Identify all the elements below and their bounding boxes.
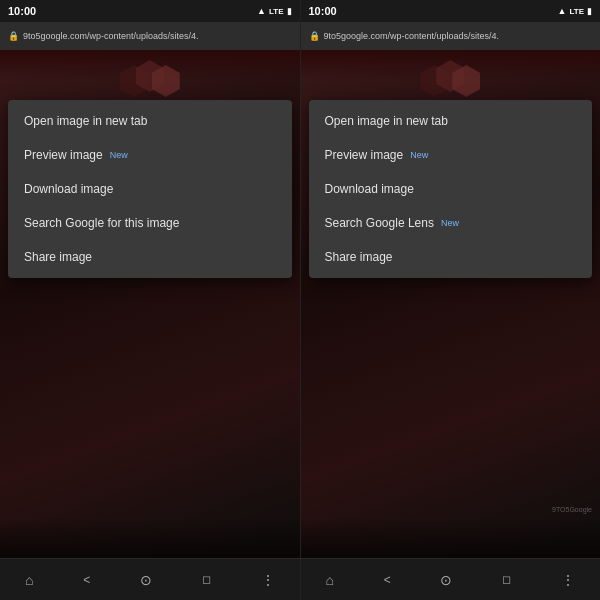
scene-bottom-right	[301, 518, 601, 558]
menu-label-download-left: Download image	[24, 182, 113, 196]
menu-item-lens-right[interactable]: Search Google Lens New	[309, 206, 593, 240]
status-bar-right: 10:00 ▲ LTE ▮	[301, 0, 601, 22]
menu-label-search-left: Search Google for this image	[24, 216, 179, 230]
browser-bar-left: 🔒 9to5google.com/wp-content/uploads/site…	[0, 22, 300, 50]
signal-icon-right: ▲	[558, 6, 567, 16]
watermark-right: 9TO5Google	[552, 506, 592, 513]
menu-item-preview-left[interactable]: Preview image New	[8, 138, 292, 172]
menu-label-preview-right: Preview image	[325, 148, 404, 162]
menu-item-share-right[interactable]: Share image	[309, 240, 593, 274]
nav-more-right[interactable]: ⋮	[553, 568, 583, 592]
browser-bar-right: 🔒 9to5google.com/wp-content/uploads/site…	[301, 22, 601, 50]
lock-icon-left: 🔒	[8, 31, 19, 41]
status-bar-left: 10:00 ▲ LTE ▮	[0, 0, 300, 22]
menu-item-download-right[interactable]: Download image	[309, 172, 593, 206]
image-area-right: Open image in new tab Preview image New …	[301, 50, 601, 558]
nav-home-left[interactable]: ⌂	[17, 568, 41, 592]
lte-label-left: LTE	[269, 7, 284, 16]
menu-item-download-left[interactable]: Download image	[8, 172, 292, 206]
badge-new-lens-right: New	[441, 218, 459, 228]
nav-left: ⌂ < ⊙ ◻ ⋮	[0, 559, 301, 600]
status-icons-left: ▲ LTE ▮	[257, 6, 291, 16]
battery-icon-right: ▮	[587, 6, 592, 16]
nav-home-right[interactable]: ⌂	[317, 568, 341, 592]
nav-right: ⌂ < ⊙ ◻ ⋮	[301, 559, 601, 600]
menu-label-open-left: Open image in new tab	[24, 114, 147, 128]
lte-label-right: LTE	[569, 7, 584, 16]
status-icons-right: ▲ LTE ▮	[558, 6, 592, 16]
nav-search-left[interactable]: ⊙	[132, 568, 160, 592]
url-text-left[interactable]: 9to5google.com/wp-content/uploads/sites/…	[23, 31, 199, 41]
nav-tabs-left[interactable]: ◻	[194, 569, 219, 590]
menu-item-preview-right[interactable]: Preview image New	[309, 138, 593, 172]
badge-new-preview-left: New	[110, 150, 128, 160]
nav-share-right[interactable]: <	[376, 569, 399, 591]
badge-new-preview-right: New	[410, 150, 428, 160]
right-screen: 10:00 ▲ LTE ▮ 🔒 9to5google.com/wp-conten…	[301, 0, 601, 558]
menu-item-open-right[interactable]: Open image in new tab	[309, 104, 593, 138]
left-screen: 10:00 ▲ LTE ▮ 🔒 9to5google.com/wp-conten…	[0, 0, 301, 558]
menu-label-share-left: Share image	[24, 250, 92, 264]
menu-label-lens-right: Search Google Lens	[325, 216, 434, 230]
nav-share-left[interactable]: <	[75, 569, 98, 591]
menu-label-download-right: Download image	[325, 182, 414, 196]
context-menu-left: Open image in new tab Preview image New …	[8, 100, 292, 278]
menu-item-open-left[interactable]: Open image in new tab	[8, 104, 292, 138]
scene-bottom-left	[0, 518, 300, 558]
battery-icon-left: ▮	[287, 6, 292, 16]
status-time-right: 10:00	[309, 5, 337, 17]
image-area-left: Open image in new tab Preview image New …	[0, 50, 300, 558]
status-time-left: 10:00	[8, 5, 36, 17]
nav-search-right[interactable]: ⊙	[432, 568, 460, 592]
menu-label-preview-left: Preview image	[24, 148, 103, 162]
nav-more-left[interactable]: ⋮	[253, 568, 283, 592]
lock-icon-right: 🔒	[309, 31, 320, 41]
url-text-right[interactable]: 9to5google.com/wp-content/uploads/sites/…	[324, 31, 500, 41]
signal-icon-left: ▲	[257, 6, 266, 16]
menu-item-search-left[interactable]: Search Google for this image	[8, 206, 292, 240]
context-menu-right: Open image in new tab Preview image New …	[309, 100, 593, 278]
menu-label-share-right: Share image	[325, 250, 393, 264]
menu-label-open-right: Open image in new tab	[325, 114, 448, 128]
menu-item-share-left[interactable]: Share image	[8, 240, 292, 274]
bottom-nav: ⌂ < ⊙ ◻ ⋮ ⌂ < ⊙ ◻ ⋮	[0, 558, 600, 600]
nav-tabs-right[interactable]: ◻	[494, 569, 519, 590]
